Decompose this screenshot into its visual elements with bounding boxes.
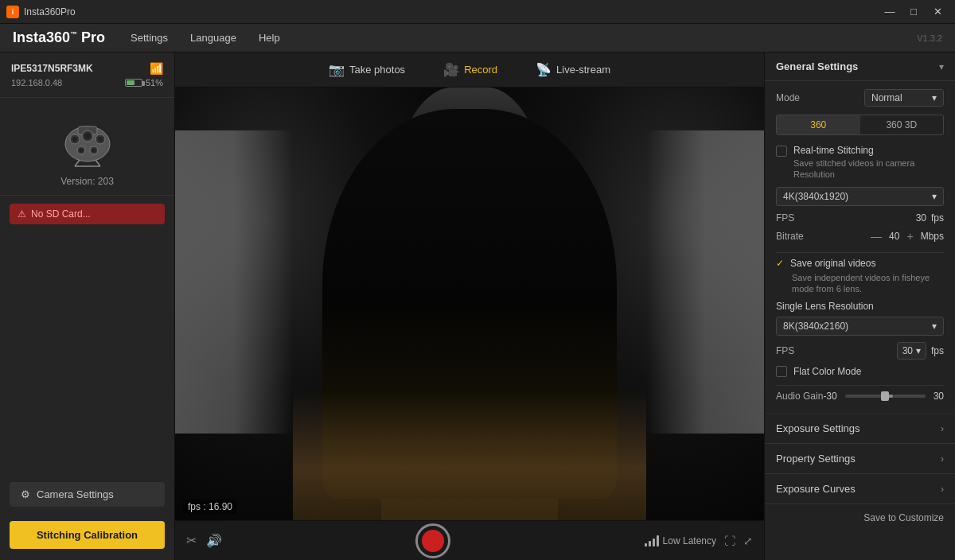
signal-bars [645, 535, 659, 546]
version-label: V1.3.2 [917, 33, 942, 43]
svg-point-10 [79, 149, 83, 153]
single-lens-resolution-select[interactable]: 8K(3840x2160) ▾ [776, 317, 944, 336]
property-settings-title: Property Settings [776, 453, 856, 465]
close-button[interactable]: ✕ [926, 4, 949, 20]
svg-point-8 [84, 133, 91, 139]
save-original-check: ✓ [776, 258, 784, 269]
bottom-left-controls: ✂ 🔊 [186, 533, 222, 548]
record-stop-button[interactable] [415, 523, 450, 558]
exposure-curves-section: Exposure Curves › [765, 474, 955, 504]
fullscreen-icon[interactable]: ⛶ [724, 535, 735, 547]
camera-settings-button[interactable]: ⚙ Camera Settings [10, 482, 165, 507]
audio-gain-min: -30 [823, 391, 836, 402]
view-360-3d-button[interactable]: 360 3D [860, 115, 944, 134]
realtime-stitching-label-group: Real-time Stitching Save stitched videos… [793, 145, 944, 181]
fps-value-row: 30 fps [916, 212, 944, 224]
titlebar-app-name: Insta360Pro [24, 6, 76, 18]
svg-point-11 [92, 149, 96, 153]
signal-bar-2 [649, 541, 651, 546]
device-info: IPE5317N5RF3MK 📶 192.168.0.48 51% [0, 52, 174, 98]
audio-icon[interactable]: 🔊 [206, 533, 222, 548]
flat-color-label: Flat Color Mode [793, 366, 861, 377]
audio-gain-label: Audio Gain [776, 391, 823, 402]
view-mode-toggle: 360 360 3D [776, 115, 944, 135]
titlebar-left: i Insta360Pro [6, 6, 76, 18]
flat-color-row: Flat Color Mode [776, 366, 944, 377]
save-original-sub: Save independent videos in fisheye mode … [792, 272, 944, 295]
sd-card-warning: ⚠ No SD Card... [10, 204, 165, 224]
content-area: 📷 Take photos 🎥 Record 📡 Live-stream [175, 52, 764, 560]
divider-2 [776, 385, 944, 386]
audio-gain-slider[interactable] [845, 395, 926, 398]
resolution-value: 4K(3840x1920) [783, 191, 848, 202]
signal-bar-1 [645, 543, 647, 546]
divider-1 [776, 252, 944, 253]
sidebar: IPE5317N5RF3MK 📶 192.168.0.48 51% [0, 52, 175, 560]
realtime-stitching-checkbox[interactable] [776, 146, 787, 157]
menu-help[interactable]: Help [249, 29, 290, 47]
exposure-settings-arrow: › [941, 423, 944, 434]
property-settings-header[interactable]: Property Settings › [765, 444, 955, 473]
fps-label: FPS [776, 212, 794, 224]
video-floor [293, 391, 646, 520]
take-photos-button[interactable]: 📷 Take photos [322, 59, 411, 80]
single-fps-dropdown-arrow: ▾ [916, 345, 921, 356]
resolution-select[interactable]: 4K(3840x1920) ▾ [776, 187, 944, 206]
app-icon: i [6, 6, 19, 18]
gear-icon: ⚙ [21, 488, 30, 500]
video-white-right [646, 130, 764, 434]
menu-settings[interactable]: Settings [121, 29, 177, 47]
bitrate-unit: Mbps [921, 231, 944, 242]
svg-point-9 [98, 137, 103, 142]
minimize-button[interactable]: — [879, 4, 901, 20]
bitrate-label: Bitrate [776, 231, 804, 242]
exposure-settings-header[interactable]: Exposure Settings › [765, 414, 955, 443]
record-button[interactable]: 🎥 Record [437, 59, 504, 80]
device-icon: 📶 [150, 62, 163, 75]
bottom-center-controls [222, 523, 645, 558]
view-360-button[interactable]: 360 [777, 115, 860, 134]
camera-illustration [56, 114, 119, 169]
menubar-left: Insta360™ Pro Settings Language Help [13, 29, 290, 47]
maximize-button[interactable]: □ [902, 4, 925, 20]
exposure-curves-header[interactable]: Exposure Curves › [765, 474, 955, 504]
general-settings-header[interactable]: General Settings ▾ [765, 52, 955, 81]
right-panel: General Settings ▾ Mode Normal ▾ 360 360… [764, 52, 955, 560]
device-ip-row: 192.168.0.48 51% [11, 78, 163, 88]
mode-dropdown-arrow: ▾ [932, 92, 937, 103]
single-fps-dropdown[interactable]: 30 ▾ [897, 342, 926, 360]
stitching-calibration-button[interactable]: Stitching Calibration [10, 521, 165, 549]
titlebar-controls[interactable]: — □ ✕ [879, 4, 949, 20]
titlebar: i Insta360Pro — □ ✕ [0, 0, 955, 24]
mode-dropdown[interactable]: Normal ▾ [864, 89, 944, 107]
live-stream-button[interactable]: 📡 Live-stream [529, 59, 617, 80]
save-original-check-row: ✓ Save original videos [776, 258, 944, 269]
scissors-icon[interactable]: ✂ [186, 533, 197, 548]
camera-icon: 📷 [329, 62, 345, 77]
single-lens-dropdown-arrow: ▾ [932, 321, 937, 332]
save-original-label: Save original videos [790, 258, 875, 269]
general-settings-content: Mode Normal ▾ 360 360 3D Real-time Stitc… [765, 81, 955, 414]
video-white-left [175, 130, 293, 434]
bitrate-plus-button[interactable]: + [904, 230, 915, 243]
audio-gain-thumb [881, 391, 889, 401]
bitrate-minus-button[interactable]: — [868, 230, 884, 243]
flat-color-checkbox[interactable] [776, 366, 787, 377]
fps-display: fps : 16.90 [183, 500, 237, 514]
bitrate-value: 40 [889, 231, 899, 242]
realtime-stitching-label: Real-time Stitching [793, 145, 944, 156]
single-fps-row: FPS 30 ▾ fps [776, 342, 944, 360]
resolution-dropdown-arrow: ▾ [932, 191, 937, 202]
version-text: Version: 203 [60, 176, 114, 187]
expand-icon[interactable]: ⤢ [743, 535, 753, 547]
signal-bar-4 [657, 535, 659, 546]
camera-settings-label: Camera Settings [37, 488, 114, 500]
mode-value: Normal [871, 92, 902, 103]
realtime-stitching-row: Real-time Stitching Save stitched videos… [776, 145, 944, 181]
toolbar: 📷 Take photos 🎥 Record 📡 Live-stream [175, 52, 764, 88]
audio-gain-controls: -30 30 [823, 391, 944, 402]
audio-gain-max: 30 [934, 391, 944, 402]
single-fps-label: FPS [776, 345, 794, 356]
menu-language[interactable]: Language [181, 29, 246, 47]
record-label: Record [464, 64, 497, 76]
